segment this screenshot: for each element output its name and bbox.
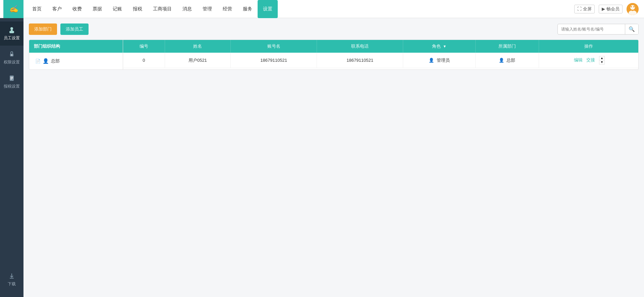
- filter-icon: ▼: [443, 44, 446, 48]
- person-icon: [8, 26, 15, 34]
- main-panel: 部门组织结构 📄 👤 总部 编号 姓名 账号名: [29, 40, 639, 70]
- svg-rect-6: [9, 31, 14, 33]
- top-nav: ✍ 首页 客户 收费 票据 记账 报税 工商项目 消息 管理 经营 服务 设置 …: [0, 0, 644, 18]
- avatar-image: [627, 3, 639, 15]
- svg-rect-13: [10, 79, 12, 80]
- sidebar-item-permission[interactable]: 权限设置: [0, 46, 23, 70]
- cell-dept-label: 总部: [506, 58, 515, 63]
- cell-id: 0: [123, 53, 165, 68]
- sidebar-item-tax-settings[interactable]: 报税设置: [0, 70, 23, 94]
- search-button[interactable]: 🔍: [625, 24, 638, 34]
- svg-rect-11: [10, 77, 13, 78]
- cell-account: 18679110521: [231, 53, 317, 68]
- sidebar: 员工设置 权限设置 报税设置: [0, 18, 23, 297]
- logo: ✍: [3, 0, 23, 18]
- edit-button[interactable]: 编辑: [574, 57, 583, 62]
- row-scroll-controls: ▲ ▼: [599, 56, 605, 64]
- sidebar-item-staff-label: 员工设置: [4, 35, 20, 41]
- nav-right: ⛶ 全屏 ▶ 畅会员: [574, 3, 644, 15]
- svg-rect-7: [11, 30, 13, 31]
- sidebar-item-staff[interactable]: 员工设置: [0, 21, 23, 46]
- tree-header: 部门组织结构: [29, 40, 123, 53]
- main-layout: 员工设置 权限设置 报税设置: [0, 18, 644, 297]
- dept-icon: 👤: [499, 58, 504, 63]
- svg-rect-12: [10, 78, 13, 79]
- nav-item-manage[interactable]: 管理: [197, 0, 217, 18]
- svg-point-9: [11, 55, 12, 56]
- nav-item-home[interactable]: 首页: [27, 0, 47, 18]
- col-account: 账号名: [231, 40, 317, 53]
- cell-name: 用户0521: [165, 53, 230, 68]
- cell-phone: 18679110521: [317, 53, 403, 68]
- nav-item-operate[interactable]: 经营: [217, 0, 237, 18]
- scroll-up-btn[interactable]: ▲: [599, 56, 605, 60]
- nav-item-biz[interactable]: 工商项目: [148, 0, 177, 18]
- file-icon: 📄: [35, 59, 41, 64]
- cell-dept: 👤 总部: [475, 53, 539, 68]
- search-input[interactable]: [558, 25, 625, 34]
- col-name: 姓名: [165, 40, 230, 53]
- transfer-button[interactable]: 交接: [586, 57, 595, 62]
- col-action: 操作: [539, 40, 638, 53]
- svg-point-4: [633, 6, 635, 7]
- report-icon: [8, 75, 15, 82]
- table-panel: 编号 姓名 账号名 联系电话 角色 ▼ 所属部门 操作: [123, 40, 638, 69]
- fullscreen-button[interactable]: ⛶ 全屏: [574, 5, 595, 13]
- col-role[interactable]: 角色 ▼: [403, 40, 475, 53]
- vip-label: 畅会员: [606, 6, 620, 12]
- vip-button[interactable]: ▶ 畅会员: [599, 5, 623, 13]
- logo-icon: ✍: [9, 5, 18, 13]
- nav-item-client[interactable]: 客户: [47, 0, 67, 18]
- col-dept: 所属部门: [475, 40, 539, 53]
- sidebar-item-download-label: 下载: [8, 281, 16, 287]
- add-dept-button[interactable]: 添加部门: [29, 23, 57, 35]
- tree-user-icon: 👤: [43, 58, 49, 64]
- tree-item-headquarters[interactable]: 📄 👤 总部: [33, 56, 119, 66]
- nav-item-fee[interactable]: 收费: [67, 0, 87, 18]
- tree-body: 📄 👤 总部: [29, 53, 123, 69]
- staff-table: 编号 姓名 账号名 联系电话 角色 ▼ 所属部门 操作: [123, 40, 638, 68]
- col-role-label: 角色: [432, 44, 441, 49]
- nav-item-msg[interactable]: 消息: [177, 0, 197, 18]
- cell-role: 👤 管理员: [403, 53, 475, 68]
- sidebar-bottom: 下载: [0, 267, 23, 297]
- role-icon: 👤: [429, 58, 434, 63]
- nav-items: 首页 客户 收费 票据 记账 报税 工商项目 消息 管理 经营 服务 设置: [27, 0, 574, 18]
- search-box: 🔍: [557, 24, 639, 35]
- col-phone: 联系电话: [317, 40, 403, 53]
- sidebar-item-download[interactable]: 下载: [0, 267, 23, 292]
- sidebar-item-tax-label: 报税设置: [4, 84, 20, 89]
- fullscreen-label: 全屏: [583, 6, 592, 12]
- content-area: 添加部门 添加员工 🔍 部门组织结构 📄 👤 总部: [23, 18, 644, 297]
- cell-actions: 编辑 交接 ▲ ▼: [539, 53, 638, 68]
- avatar[interactable]: [627, 3, 639, 15]
- col-id: 编号: [123, 40, 165, 53]
- nav-item-settings[interactable]: 设置: [258, 0, 278, 18]
- nav-item-bill[interactable]: 票据: [87, 0, 107, 18]
- table-row: 0 用户0521 18679110521 18679110521 👤 管理员 👤…: [123, 53, 638, 68]
- scroll-down-btn[interactable]: ▼: [599, 60, 605, 64]
- cell-role-label: 管理员: [437, 58, 450, 63]
- svg-rect-14: [10, 278, 14, 279]
- nav-item-account[interactable]: 记账: [107, 0, 127, 18]
- nav-item-tax[interactable]: 报税: [127, 0, 148, 18]
- download-icon: [8, 272, 15, 280]
- toolbar: 添加部门 添加员工 🔍: [29, 23, 639, 35]
- tree-panel: 部门组织结构 📄 👤 总部: [29, 40, 123, 69]
- sidebar-item-permission-label: 权限设置: [4, 59, 20, 65]
- lock-icon: [8, 50, 15, 58]
- svg-point-5: [10, 27, 13, 30]
- tree-item-label: 总部: [51, 58, 60, 64]
- svg-point-1: [630, 5, 635, 10]
- vip-icon: ▶: [602, 6, 605, 11]
- table-header-row: 编号 姓名 账号名 联系电话 角色 ▼ 所属部门 操作: [123, 40, 638, 53]
- nav-item-service[interactable]: 服务: [237, 0, 258, 18]
- svg-point-3: [631, 6, 632, 7]
- fullscreen-icon: ⛶: [577, 6, 582, 11]
- search-icon: 🔍: [629, 26, 635, 32]
- add-staff-button[interactable]: 添加员工: [60, 23, 89, 35]
